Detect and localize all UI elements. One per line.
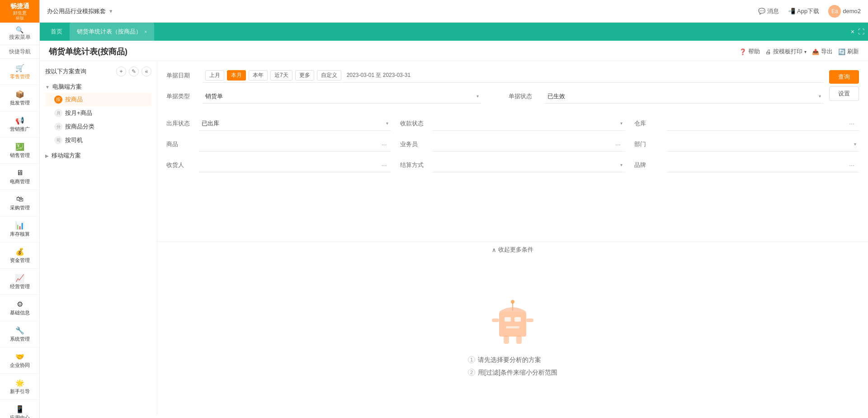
sidebar-search[interactable]: 🔍 搜索菜单 xyxy=(0,23,39,45)
settlement-arrow: ▾ xyxy=(620,162,623,167)
scheme-item-icon-driver: 司 xyxy=(54,136,62,144)
sidebar-item-basic[interactable]: ⚙ 基础信息 xyxy=(0,295,39,321)
pc-group-arrow: ▼ xyxy=(45,85,50,90)
scheme-item-icon-category: 分 xyxy=(54,123,62,131)
sidebar-item-retail[interactable]: 🛒 零售管理 xyxy=(0,59,39,85)
sidebar-item-sales[interactable]: 💹 销售管理 xyxy=(0,138,39,164)
svg-rect-3 xyxy=(506,326,519,328)
dept-label: 部门 xyxy=(634,140,667,148)
dept-arrow: ▾ xyxy=(854,142,856,147)
dept-control[interactable]: ▾ xyxy=(667,137,859,152)
payment-control[interactable]: ▾ xyxy=(433,116,625,131)
docstatus-value: 已生效 xyxy=(547,92,817,100)
scheme-item-label-month: 按月+商品 xyxy=(65,109,92,117)
sidebar-item-newguide[interactable]: 🌟 新手引导 xyxy=(0,374,39,400)
date-recent7-btn[interactable]: 近7天 xyxy=(270,70,292,81)
docstatus-control[interactable]: 已生效 ▾ xyxy=(545,89,824,104)
brand-dots[interactable]: ··· xyxy=(847,162,856,169)
filter-brand: 品牌 ··· xyxy=(634,158,859,172)
logo-text: 畅捷通 好生意 标版 xyxy=(10,2,29,21)
empty-illustration xyxy=(486,294,540,348)
tab-close-icon[interactable]: × xyxy=(144,29,147,34)
tip-text-1: 请先选择要分析的方案 xyxy=(478,353,541,366)
outstatus-control[interactable]: 已出库 ▾ xyxy=(199,116,391,131)
window-close-icon[interactable]: × xyxy=(851,28,854,35)
salesperson-control[interactable]: ··· xyxy=(433,137,625,152)
scheme-item-by-category[interactable]: 分 按商品分类 xyxy=(45,120,151,133)
warehouse-control[interactable]: ··· xyxy=(667,116,859,131)
receiver-dots[interactable]: ··· xyxy=(380,162,389,169)
collapse-row[interactable]: ∧ 收起更多条件 xyxy=(157,242,868,257)
sidebar-item-marketing[interactable]: 📢 营销推广 xyxy=(0,111,39,138)
scheme-group-mobile-header[interactable]: ▶ 移动端方案 xyxy=(45,150,151,162)
message-icon: 💬 xyxy=(758,8,765,14)
date-last-month-btn[interactable]: 上月 xyxy=(205,70,224,81)
receiver-control[interactable]: ··· xyxy=(199,158,391,172)
scheme-panel-header: 按以下方案查询 + ✎ « xyxy=(45,66,151,76)
print-btn[interactable]: 🖨 按模板打印 ▾ xyxy=(765,48,807,56)
svg-rect-1 xyxy=(505,317,511,322)
page-title: 销货单统计表(按商品) xyxy=(49,46,127,57)
appcenter-icon: 📱 xyxy=(15,404,24,413)
scheme-item-by-driver[interactable]: 司 按司机 xyxy=(45,133,151,147)
refresh-icon: 🔄 xyxy=(838,48,845,55)
sidebar-quick-nav[interactable]: 快捷导航 xyxy=(0,45,39,59)
industry-dropdown-icon[interactable]: ▾ xyxy=(109,8,113,14)
date-more-btn[interactable]: 更多 xyxy=(295,70,314,81)
query-button[interactable]: 查询 xyxy=(829,70,859,84)
product-control[interactable]: ··· xyxy=(199,137,391,152)
sidebar-item-inventory[interactable]: 📊 库存核算 xyxy=(0,216,39,242)
sidebar-item-wholesale[interactable]: 📦 批发管理 xyxy=(0,85,39,111)
sidebar-item-purchase[interactable]: 🛍 采购管理 xyxy=(0,190,39,216)
sidebar-item-system[interactable]: 🔧 系统管理 xyxy=(0,321,39,347)
window-expand-icon[interactable]: ⛶ xyxy=(858,28,864,35)
sidebar-item-finance[interactable]: 💰 资金管理 xyxy=(0,242,39,269)
help-icon: ❓ xyxy=(739,48,746,55)
tab-sales-report[interactable]: 销货单统计表（按商品） × xyxy=(70,23,154,41)
scheme-item-by-product[interactable]: 按 按商品 xyxy=(45,93,151,106)
marketing-icon: 📢 xyxy=(15,116,24,125)
scheme-group-pc-header[interactable]: ▼ 电脑端方案 xyxy=(45,81,151,93)
product-label: 商品 xyxy=(166,140,199,148)
scheme-edit-btn[interactable]: ✎ xyxy=(129,66,139,76)
mobile-group-label: 移动端方案 xyxy=(52,152,81,160)
date-control[interactable]: 上月 本月 本年 近7天 更多 自定义 2023-03-01 至 2023-03… xyxy=(203,68,824,83)
salesperson-dots[interactable]: ··· xyxy=(613,141,623,148)
date-this-month-btn[interactable]: 本月 xyxy=(227,70,246,81)
product-dots[interactable]: ··· xyxy=(380,141,389,148)
sidebar: 畅捷通 好生意 标版 🔍 搜索菜单 快捷导航 🛒 零售管理 📦 批发管理 📢 营… xyxy=(0,0,40,418)
doctype-control[interactable]: 销货单 ▾ xyxy=(203,89,481,104)
avatar: Ea xyxy=(828,5,841,18)
doctype-value: 销货单 xyxy=(205,92,475,100)
setting-button[interactable]: 设置 xyxy=(829,86,859,101)
tabs-bar: 首页 销货单统计表（按商品） × × ⛶ xyxy=(40,23,868,41)
sidebar-item-ecommerce[interactable]: 🖥 电商管理 xyxy=(0,164,39,190)
sidebar-item-operations[interactable]: 📈 经营管理 xyxy=(0,269,39,295)
empty-state: 1 请先选择要分析的方案 2 用[过滤]条件来缩小分析范围 xyxy=(157,257,868,415)
user-avatar-area[interactable]: Ea demo2 xyxy=(828,5,861,18)
scheme-item-by-month[interactable]: 月 按月+商品 xyxy=(45,106,151,120)
print-dropdown-icon: ▾ xyxy=(804,49,807,54)
sidebar-item-appcenter[interactable]: 📱 应用中心 xyxy=(0,400,39,418)
help-btn[interactable]: ❓ 帮助 xyxy=(739,48,760,56)
svg-rect-8 xyxy=(504,336,509,344)
scheme-item-icon-product: 按 xyxy=(54,95,62,104)
filter-payment: 收款状态 ▾ xyxy=(400,116,625,131)
date-custom-btn[interactable]: 自定义 xyxy=(317,70,341,81)
settlement-control[interactable]: ▾ xyxy=(433,158,625,172)
brand-control[interactable]: ··· xyxy=(667,158,859,172)
app-download-btn[interactable]: 📲 App下载 xyxy=(788,7,819,15)
refresh-btn[interactable]: 🔄 刷新 xyxy=(838,48,859,56)
sidebar-item-enterprise[interactable]: 🤝 企业协同 xyxy=(0,347,39,374)
svg-rect-6 xyxy=(492,318,499,322)
main-area: 办公用品行业模拟账套 ▾ 💬 消息 📲 App下载 Ea demo2 首页 xyxy=(40,0,868,418)
logo-area: 畅捷通 好生意 标版 xyxy=(0,0,39,23)
export-btn[interactable]: 📤 导出 xyxy=(812,48,833,56)
filter-doctype-row: 单据类型 销货单 ▾ 单据状态 已生效 ▾ xyxy=(166,89,824,104)
scheme-add-btn[interactable]: + xyxy=(116,66,126,76)
scheme-collapse-btn[interactable]: « xyxy=(142,66,151,76)
date-this-year-btn[interactable]: 本年 xyxy=(249,70,268,81)
tab-home[interactable]: 首页 xyxy=(43,23,70,41)
message-btn[interactable]: 💬 消息 xyxy=(758,7,779,15)
warehouse-dots[interactable]: ··· xyxy=(847,120,856,127)
